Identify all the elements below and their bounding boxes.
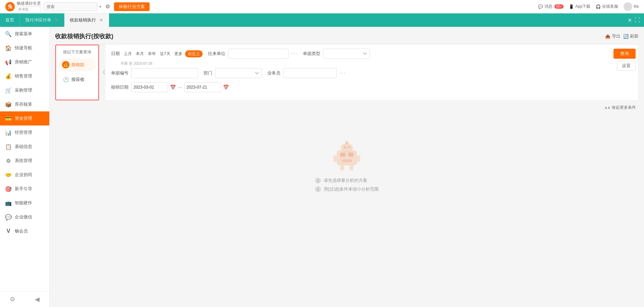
verify-date-from-input[interactable] bbox=[131, 82, 168, 92]
svg-point-10 bbox=[348, 146, 350, 148]
wechat-icon: 💬 bbox=[5, 214, 11, 220]
tab-home-label: 首页 bbox=[5, 17, 14, 23]
sidebar-settings-button[interactable]: ⚙ bbox=[7, 294, 18, 304]
gear-button[interactable]: ⚙ bbox=[103, 2, 112, 11]
empty-tip-1-text: 请先选择要分析的方案 bbox=[324, 177, 367, 184]
smart-hw-icon: 📺 bbox=[5, 200, 11, 206]
logo: 兔 畅捷通好生意 标准版 bbox=[5, 1, 41, 12]
query-button[interactable]: 查询 bbox=[613, 49, 636, 59]
sidebar-item-enterprise-collab[interactable]: 🤝 企业协同 bbox=[0, 168, 49, 182]
sidebar-item-label: 新手引导 bbox=[15, 186, 32, 192]
export-button[interactable]: 📤 导出 bbox=[605, 33, 621, 39]
chevron-down-icon[interactable]: ▾ bbox=[99, 4, 101, 9]
tab-receipts[interactable]: 收款核销执行 ✕ bbox=[64, 13, 109, 27]
sidebar-item-system[interactable]: ⚙ 系统管理 bbox=[0, 154, 49, 168]
receivable-option-icon: 🕐 bbox=[62, 76, 69, 83]
sidebar-item-label: 销售管理 bbox=[15, 73, 32, 79]
salesperson-input[interactable] bbox=[283, 68, 337, 78]
date-last-month[interactable]: 上月 bbox=[122, 50, 133, 57]
salesperson-more-button[interactable]: ··· bbox=[339, 70, 346, 76]
tip-num-1: 1 bbox=[315, 177, 321, 184]
dept-filter-item: 部门 bbox=[204, 68, 262, 78]
sidebar-item-inventory[interactable]: 📦 库存核算 bbox=[0, 97, 49, 111]
date-more[interactable]: 更多 bbox=[173, 50, 184, 57]
date-this-month[interactable]: 本月 bbox=[135, 50, 145, 57]
filter-settings-button[interactable]: 设置 bbox=[617, 61, 636, 71]
sidebar-item-label: 经营管理 bbox=[15, 130, 32, 136]
close-tab-button[interactable]: ✕ bbox=[628, 17, 632, 23]
date-hint: 不限 至 2023-07-26 bbox=[120, 61, 152, 65]
svg-rect-2 bbox=[348, 153, 354, 157]
expand-tab-button[interactable]: ⛶ bbox=[635, 17, 640, 23]
refresh-button[interactable]: 🔄 刷新 bbox=[623, 33, 639, 39]
empty-state: 1 请先选择要分析的方案 2 用[过滤]条件来缩小分析范围 bbox=[55, 112, 639, 219]
tab-receipts-close[interactable]: ✕ bbox=[99, 17, 103, 23]
solution-button[interactable]: 休验行业方案 bbox=[114, 2, 150, 11]
sidebar-item-member[interactable]: V 畅会员 bbox=[0, 224, 49, 238]
sidebar-item-sales[interactable]: 💰 销售管理 bbox=[0, 69, 49, 83]
online-service-label: 在线客服 bbox=[602, 4, 618, 9]
message-badge: 99+ bbox=[554, 4, 564, 9]
salesperson-label: 业务员 bbox=[267, 70, 280, 76]
counterparty-label: 往来单位 bbox=[208, 51, 225, 57]
page-title-bar: 收款核销执行(按收款) 📤 导出 🔄 刷新 bbox=[55, 32, 639, 40]
operation-icon: 📊 bbox=[5, 130, 11, 136]
sidebar-collapse-button[interactable]: ◀ bbox=[32, 294, 42, 304]
sidebar-item-marketing[interactable]: 📢 营销推广 bbox=[0, 55, 49, 69]
doc-no-input[interactable] bbox=[131, 68, 198, 78]
doc-type-select[interactable] bbox=[323, 49, 370, 59]
verify-date-to-input[interactable] bbox=[184, 82, 221, 92]
date-this-year[interactable]: 本年 bbox=[147, 50, 157, 57]
message-action[interactable]: 💬 消息 99+ bbox=[538, 4, 564, 9]
export-icon: 📤 bbox=[605, 34, 610, 39]
query-option-receivable[interactable]: 🕐 按应收 bbox=[59, 73, 96, 86]
dept-select[interactable] bbox=[215, 68, 262, 78]
sidebar-item-label: 系统管理 bbox=[15, 158, 32, 164]
refresh-icon: 🔄 bbox=[623, 34, 629, 39]
sidebar-item-smart-hw[interactable]: 📺 智能硬件 bbox=[0, 196, 49, 210]
query-option-receipt[interactable]: 💰 按收款 bbox=[59, 58, 96, 71]
tab-prepay-close[interactable]: ✕ bbox=[55, 17, 59, 23]
verify-date-from-icon[interactable]: 📅 bbox=[170, 85, 176, 90]
sidebar-item-guide[interactable]: 🎯 新手引导 bbox=[0, 182, 49, 196]
app-download-action[interactable]: 📱 App下载 bbox=[569, 4, 590, 9]
counterparty-more-button[interactable]: ··· bbox=[291, 51, 298, 57]
sidebar-item-finance[interactable]: 💳 资金管理 bbox=[0, 111, 49, 125]
sidebar-item-basic-info[interactable]: 📋 基础信息 bbox=[0, 140, 49, 154]
counterparty-input[interactable] bbox=[228, 49, 288, 59]
sidebar-item-purchase[interactable]: 🛒 采购管理 bbox=[0, 83, 49, 97]
guide-icon: 🎯 bbox=[5, 186, 11, 192]
verify-date-to-icon[interactable]: 📅 bbox=[223, 85, 229, 90]
empty-illustration bbox=[330, 139, 364, 172]
sales-icon: 💰 bbox=[5, 73, 11, 79]
date-custom-active[interactable]: 自定义 bbox=[185, 50, 203, 57]
app-badge: 标准版 bbox=[17, 6, 41, 12]
tab-home[interactable]: 首页 bbox=[0, 13, 20, 27]
collapse-selector-button[interactable]: 《 bbox=[99, 45, 106, 100]
sidebar-item-search-menu[interactable]: 🔍 搜索菜单 bbox=[0, 27, 49, 41]
sidebar-item-enterprise-wechat[interactable]: 💬 企业微信 bbox=[0, 210, 49, 224]
sidebar-item-label: 基础信息 bbox=[15, 144, 32, 150]
date-label: 日期 bbox=[111, 51, 120, 57]
content-area: 收款核销执行(按收款) 📤 导出 🔄 刷新 按以下方案查询 bbox=[50, 27, 644, 307]
collapse-more-label: 收起更多条件 bbox=[612, 105, 636, 110]
tabbar: 首页 预付冲应付单 ✕ 收款核销执行 ✕ ✕ ⛶ bbox=[0, 13, 644, 27]
filter-row-3: 核销日期 📅 — 📅 bbox=[111, 82, 605, 92]
tab-prepay[interactable]: 预付冲应付单 ✕ bbox=[20, 13, 64, 27]
sidebar-item-label: 快捷导航 bbox=[15, 45, 32, 51]
filter-row-1: 日期 上月 本月 本年 近7天 更多 自定义 往来单位 bbox=[111, 49, 605, 59]
sidebar-item-operation[interactable]: 📊 经营管理 bbox=[0, 125, 49, 140]
online-service-action[interactable]: 🎧 在线客服 bbox=[596, 4, 618, 9]
date-quick-filters: 上月 本月 本年 近7天 更多 自定义 bbox=[122, 50, 203, 57]
counterparty-filter-item: 往来单位 ··· bbox=[208, 49, 298, 59]
empty-tip-2: 2 用[过滤]条件来缩小分析范围 bbox=[315, 186, 378, 192]
collapse-more-button[interactable]: ∧∧ 收起更多条件 bbox=[604, 105, 636, 110]
doc-type-label: 单据类型 bbox=[303, 51, 320, 57]
tabbar-actions: ✕ ⛶ bbox=[628, 13, 644, 27]
receivable-option-label: 按应收 bbox=[71, 76, 85, 83]
user-area[interactable]: Rit bbox=[624, 2, 639, 11]
sidebar-item-quick-nav[interactable]: 🏠 快捷导航 bbox=[0, 41, 49, 55]
date-last-7-days[interactable]: 近7天 bbox=[159, 50, 172, 57]
empty-tip-1: 1 请先选择要分析的方案 bbox=[315, 177, 378, 184]
search-input[interactable] bbox=[44, 2, 97, 11]
